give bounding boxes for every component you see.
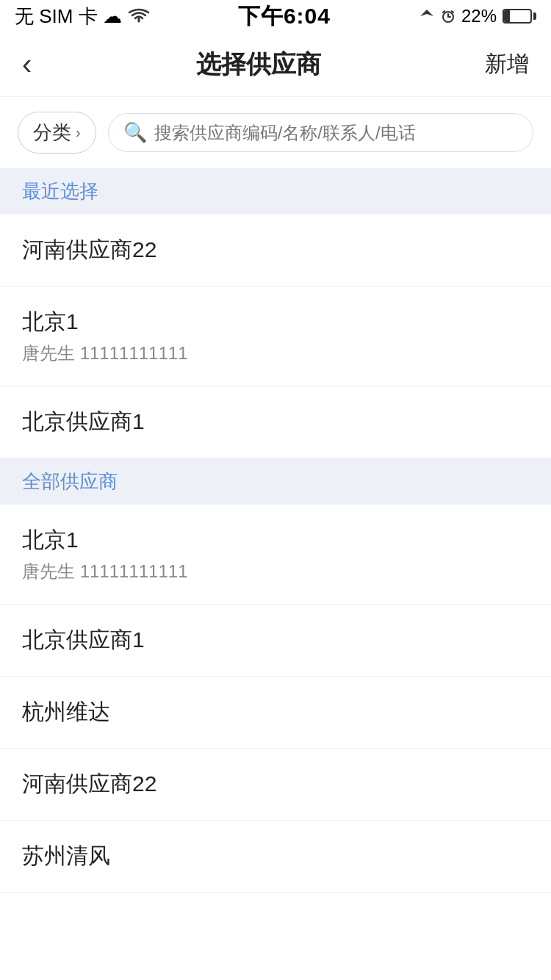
supplier-name: 河南供应商22	[22, 769, 529, 799]
svg-line-4	[452, 11, 453, 12]
battery-percent: 22%	[461, 6, 497, 26]
supplier-name: 北京1	[22, 525, 529, 555]
search-icon: 🔍	[123, 121, 147, 144]
filter-bar: 分类 › 🔍	[0, 97, 551, 168]
list-item[interactable]: 北京供应商1	[0, 386, 551, 458]
search-box[interactable]: 🔍	[108, 113, 533, 152]
battery-icon	[503, 9, 536, 24]
chevron-right-icon: ›	[76, 124, 81, 141]
list-item[interactable]: 河南供应商22	[0, 749, 551, 821]
supplier-detail: 唐先生 11111111111	[22, 342, 529, 365]
page-title: 选择供应商	[196, 48, 321, 82]
supplier-name: 北京供应商1	[22, 407, 529, 437]
list-item[interactable]: 河南供应商22	[0, 215, 551, 287]
svg-line-3	[443, 11, 444, 12]
list-item[interactable]: 苏州清风	[0, 821, 551, 893]
location-icon	[419, 8, 435, 24]
category-label: 分类	[33, 120, 71, 145]
section-header-recent: 最近选择	[0, 168, 551, 215]
supplier-name: 河南供应商22	[22, 235, 529, 265]
section-header-all: 全部供应商	[0, 458, 551, 505]
back-button[interactable]: ‹	[22, 48, 32, 81]
supplier-detail: 唐先生 11111111111	[22, 560, 529, 583]
wifi-icon	[128, 8, 150, 24]
list-item[interactable]: 北京1唐先生 11111111111	[0, 505, 551, 605]
add-button[interactable]: 新增	[485, 49, 529, 79]
alarm-icon	[441, 9, 455, 24]
supplier-list: 最近选择河南供应商22北京1唐先生 11111111111北京供应商1全部供应商…	[0, 168, 551, 893]
supplier-name: 杭州维达	[22, 697, 529, 727]
no-sim-text: 无 SIM 卡 ☁	[15, 4, 122, 29]
status-right: 22%	[419, 6, 536, 26]
status-left: 无 SIM 卡 ☁	[15, 4, 150, 29]
supplier-name: 北京1	[22, 307, 529, 337]
search-input[interactable]	[154, 123, 518, 143]
nav-bar: ‹ 选择供应商 新增	[0, 32, 551, 97]
supplier-name: 苏州清风	[22, 841, 529, 871]
status-bar: 无 SIM 卡 ☁ 下午6:04 22%	[0, 0, 551, 32]
list-item[interactable]: 杭州维达	[0, 677, 551, 749]
supplier-name: 北京供应商1	[22, 625, 529, 655]
status-time: 下午6:04	[238, 1, 331, 32]
category-button[interactable]: 分类 ›	[18, 112, 96, 154]
list-item[interactable]: 北京供应商1	[0, 605, 551, 677]
list-item[interactable]: 北京1唐先生 11111111111	[0, 287, 551, 386]
